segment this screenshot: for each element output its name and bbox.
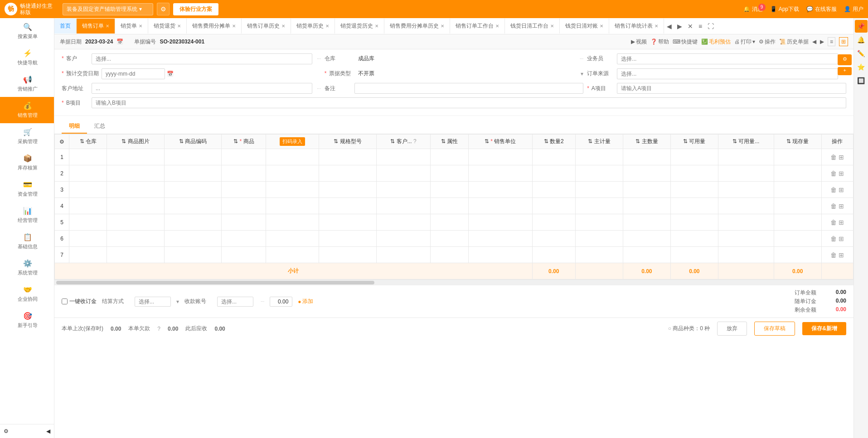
row-customer-code[interactable] bbox=[376, 182, 430, 198]
row-customer-code[interactable] bbox=[376, 198, 430, 214]
row-main-qty[interactable] bbox=[623, 182, 670, 198]
discard-btn[interactable]: 放弃 bbox=[717, 322, 747, 336]
add-btn[interactable]: ● 添加 bbox=[298, 298, 313, 305]
profit-forecast-btn[interactable]: 💹 毛利预估 bbox=[701, 38, 731, 46]
row-qty2[interactable] bbox=[532, 231, 575, 247]
user-menu[interactable]: 👤 用户 bbox=[844, 5, 863, 13]
row-attribute[interactable] bbox=[431, 231, 468, 247]
row-product[interactable] bbox=[222, 247, 266, 263]
date-picker-icon[interactable]: 📅 bbox=[167, 71, 174, 77]
tab-close-all-btn[interactable]: ✕ bbox=[685, 21, 696, 32]
payment-dropdown-icon[interactable]: ▾ bbox=[176, 298, 179, 305]
calendar-icon[interactable]: 📅 bbox=[116, 39, 123, 45]
b-project-input[interactable] bbox=[92, 97, 846, 108]
row-spec[interactable] bbox=[319, 231, 377, 247]
col-settings[interactable]: ⚙ bbox=[55, 135, 69, 149]
table-settings-icon[interactable]: ⚙ bbox=[59, 139, 64, 145]
print-btn[interactable]: 🖨 打印 ▾ bbox=[734, 38, 755, 46]
row-copy-icon[interactable]: ⊞ bbox=[839, 170, 844, 177]
row-spec[interactable] bbox=[319, 165, 377, 182]
tab-summary[interactable]: 汇总 bbox=[87, 120, 112, 134]
row-main-qty[interactable] bbox=[623, 231, 670, 247]
nav-next[interactable]: ▶ bbox=[820, 39, 824, 45]
row-qty2[interactable] bbox=[532, 149, 575, 165]
add-product-btn[interactable]: + 物料 bbox=[838, 67, 852, 75]
trial-btn[interactable]: 体验行业方案 bbox=[173, 3, 218, 15]
payment-method-input[interactable] bbox=[135, 297, 171, 307]
help-btn[interactable]: ❓ 帮助 bbox=[650, 38, 669, 46]
system-selector[interactable]: 装备及固定资产辅助管理系统 ▾ bbox=[63, 3, 153, 15]
row-delete-icon[interactable]: 🗑 bbox=[830, 170, 837, 177]
row-spec[interactable] bbox=[319, 214, 377, 231]
tab-sales-stats[interactable]: 销售订单统计表 ✕ bbox=[609, 19, 664, 34]
tab-close-sales-order-history[interactable]: ✕ bbox=[281, 24, 285, 29]
row-main-qty[interactable] bbox=[623, 165, 670, 182]
row-code[interactable] bbox=[164, 198, 222, 214]
row-customer-code[interactable] bbox=[376, 149, 430, 165]
row-copy-icon[interactable]: ⊞ bbox=[839, 235, 844, 242]
row-attribute[interactable] bbox=[431, 247, 468, 263]
row-unit[interactable] bbox=[468, 214, 532, 231]
notification-btn[interactable]: 🔔 消息 9 bbox=[743, 5, 763, 13]
row-warehouse[interactable] bbox=[69, 247, 107, 263]
shortcut-btn[interactable]: ⌨ 快捷键 bbox=[673, 38, 698, 46]
row-unit[interactable] bbox=[468, 149, 532, 165]
row-main-qty[interactable] bbox=[623, 149, 670, 165]
sidebar-item-inventory[interactable]: 📦 库存核算 bbox=[0, 149, 54, 176]
a-project-input[interactable] bbox=[617, 83, 846, 94]
row-main-qty[interactable] bbox=[623, 247, 670, 263]
tab-menu-btn[interactable]: ≡ bbox=[696, 21, 705, 32]
tab-close-sales-expense[interactable]: ✕ bbox=[232, 24, 236, 29]
row-code[interactable] bbox=[164, 214, 222, 231]
tab-close-sales-expense-history[interactable]: ✕ bbox=[441, 24, 444, 29]
row-warehouse[interactable] bbox=[69, 231, 107, 247]
sidebar-item-system[interactable]: ⚙️ 系统管理 bbox=[0, 255, 54, 281]
settings-panel-btn[interactable]: ⚙ 设置 bbox=[838, 54, 852, 65]
tab-close-sales-goods-history[interactable]: ✕ bbox=[325, 24, 329, 29]
save-draft-btn[interactable]: 保存草稿 bbox=[754, 322, 795, 336]
tab-fullscreen-btn[interactable]: ⛶ bbox=[705, 21, 717, 32]
customer-more-icon[interactable]: ··· bbox=[317, 56, 320, 61]
sidebar-item-finance[interactable]: 💳 资金管理 bbox=[0, 176, 54, 202]
row-product[interactable] bbox=[222, 165, 266, 182]
row-unit[interactable] bbox=[468, 231, 532, 247]
row-customer-code[interactable] bbox=[376, 165, 430, 182]
scrollbar-thumb[interactable] bbox=[56, 281, 374, 284]
tab-close-sales-return[interactable]: ✕ bbox=[177, 24, 181, 29]
tab-cash-reconcile[interactable]: 钱货日清对账 ✕ bbox=[560, 19, 609, 34]
right-sidebar-notification-icon[interactable]: 🔔 bbox=[855, 34, 868, 46]
horizontal-scrollbar[interactable] bbox=[54, 279, 853, 285]
row-warehouse[interactable] bbox=[69, 165, 107, 182]
row-copy-icon[interactable]: ⊞ bbox=[839, 154, 844, 161]
order-source-input[interactable] bbox=[617, 68, 838, 79]
salesperson-input[interactable] bbox=[617, 53, 838, 64]
row-attribute[interactable] bbox=[431, 149, 468, 165]
row-warehouse[interactable] bbox=[69, 182, 107, 198]
row-product[interactable] bbox=[222, 149, 266, 165]
row-warehouse[interactable] bbox=[69, 149, 107, 165]
row-code[interactable] bbox=[164, 165, 222, 182]
row-code[interactable] bbox=[164, 231, 222, 247]
row-product[interactable] bbox=[222, 214, 266, 231]
preview-btn[interactable]: ▶ 视频 bbox=[631, 38, 647, 46]
row-qty2[interactable] bbox=[532, 198, 575, 214]
form-view-btn[interactable]: ⊞ bbox=[839, 37, 848, 46]
warehouse-more-icon[interactable]: ··· bbox=[580, 56, 583, 61]
row-attribute[interactable] bbox=[431, 198, 468, 214]
sidebar-item-marketing[interactable]: 📢 营销推广 bbox=[0, 71, 54, 97]
tab-sales-order-history[interactable]: 销售订单历史 ✕ bbox=[242, 19, 291, 34]
row-code[interactable] bbox=[164, 182, 222, 198]
history-btn[interactable]: 📜 历史单据 bbox=[779, 38, 809, 46]
row-delete-icon[interactable]: 🗑 bbox=[830, 154, 837, 161]
list-view-btn[interactable]: ≡ bbox=[828, 37, 835, 46]
sidebar-item-enterprise[interactable]: 🤝 企业协同 bbox=[0, 281, 54, 307]
right-sidebar-box-icon[interactable]: 🔲 bbox=[855, 74, 868, 87]
tab-sales-return[interactable]: 销货退货 ✕ bbox=[148, 19, 187, 34]
row-product[interactable] bbox=[222, 182, 266, 198]
row-copy-icon[interactable]: ⊞ bbox=[839, 219, 844, 226]
app-download-btn[interactable]: 📱 App下载 bbox=[770, 5, 799, 13]
sidebar-item-quick-nav[interactable]: ⚡ 快捷导航 bbox=[0, 44, 54, 71]
tab-next-btn[interactable]: ▶ bbox=[674, 21, 685, 32]
online-service-btn[interactable]: 💬 在线客服 bbox=[806, 5, 837, 13]
tab-close-cash-daily[interactable]: ✕ bbox=[550, 24, 554, 29]
